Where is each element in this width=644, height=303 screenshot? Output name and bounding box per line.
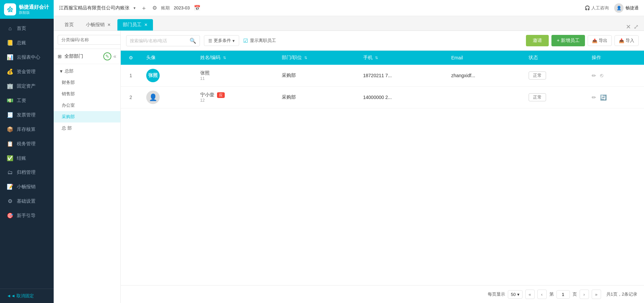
next-page-button[interactable]: › <box>580 290 589 299</box>
sidebar-item-label: 新手引导 <box>17 213 36 219</box>
col-phone[interactable]: 手机 ⇅ <box>358 51 446 65</box>
sidebar-item-label: 库存核算 <box>17 127 36 133</box>
pagination: 每页显示 50 ▾ « ‹ 第 页 › » 共1页，2条记录 <box>121 285 644 303</box>
sidebar-item-invoice[interactable]: 🧾 发票管理 <box>0 108 54 122</box>
sidebar-item-wages[interactable]: 💵 工资 <box>0 93 54 108</box>
dept-collapse-icon[interactable]: « <box>113 53 116 59</box>
first-page-button[interactable]: « <box>525 290 535 299</box>
page-input[interactable] <box>556 290 570 299</box>
tab-home[interactable]: 首页 <box>59 19 79 31</box>
col-status: 状态 <box>523 51 586 65</box>
col-settings[interactable]: ⚙ <box>121 51 141 65</box>
left-panel: 🔍 ⊞ 全部部门 ✎ « ▼ 总部 财务部 销售部 办公室 采购部 总 部 <box>54 31 121 303</box>
action-cell: ✏ 🔄 <box>586 87 644 108</box>
funds-icon: 💰 <box>7 68 13 75</box>
sidebar-item-assets[interactable]: 🏢 固定资产 <box>0 79 54 93</box>
service-button[interactable]: 🎧 人工咨询 <box>585 5 609 11</box>
dept-item-office[interactable]: 办公室 <box>54 100 120 111</box>
tab-dept-employee[interactable]: 部门员工 ✕ <box>117 19 153 31</box>
sidebar-item-funds[interactable]: 💰 资金管理 <box>0 64 54 79</box>
tab-expense-close[interactable]: ✕ <box>107 22 111 27</box>
dept-item-finance[interactable]: 财务部 <box>54 77 120 88</box>
tab-expense[interactable]: 小畅报销 ✕ <box>80 19 116 31</box>
add-company-icon[interactable]: ＋ <box>140 3 148 13</box>
table-row: 1 张照 张照 11 采购部 18720211 7... <box>121 65 644 87</box>
sidebar-item-home[interactable]: ⌂ 首页 <box>0 21 54 36</box>
user-info[interactable]: 👤 畅捷通 <box>614 3 639 13</box>
avatar: 张照 <box>146 69 160 82</box>
invite-button[interactable]: 邀请 <box>526 35 549 46</box>
settings-icon: ⚙ <box>7 198 13 204</box>
dept-item-sales[interactable]: 销售部 <box>54 88 120 100</box>
edit-icon[interactable]: ✏ <box>592 94 596 101</box>
tab-expense-label: 小畅报销 <box>86 22 105 28</box>
sidebar-item-label: 资金管理 <box>17 69 36 75</box>
dept-edit-button[interactable]: ✎ <box>103 52 111 60</box>
sidebar-item-archive[interactable]: 🗂 归档管理 <box>0 165 54 180</box>
sidebar-item-reports[interactable]: 📊 云报表中心 <box>0 50 54 64</box>
per-page-arrow: ▾ <box>517 292 520 297</box>
col-name-code[interactable]: 姓名/编码 ⇅ <box>195 51 276 65</box>
close-window-icon[interactable]: ✕ <box>626 23 631 31</box>
dept-header-actions: ✎ « <box>103 52 116 60</box>
col-email: Email <box>446 51 523 65</box>
per-page-select[interactable]: 50 ▾ <box>508 290 522 299</box>
action-cell: ✏ ⎋ <box>586 65 644 87</box>
search-icon[interactable]: 🔍 <box>190 38 196 44</box>
arrow-down-icon: ▼ <box>59 69 63 74</box>
dept-item-head[interactable]: ▼ 总部 <box>54 65 120 77</box>
delete-icon[interactable]: 🔄 <box>600 94 607 101</box>
unpin-button[interactable]: ◄◄ 取消固定 <box>0 289 54 303</box>
settings-icon[interactable]: ⚙ <box>152 5 157 11</box>
dept-cell: 采购部 <box>276 87 358 108</box>
sidebar-item-expense[interactable]: 📝 小畅报销 <box>0 180 54 194</box>
sidebar-item-inventory[interactable]: 📦 库存核算 <box>0 122 54 137</box>
sidebar-item-label: 归档管理 <box>17 169 36 175</box>
tax-icon: 📋 <box>7 141 13 147</box>
chart-icon: 📊 <box>7 54 13 60</box>
sidebar-item-tax[interactable]: 📋 税务管理 <box>0 137 54 151</box>
company-dropdown-icon[interactable]: ▾ <box>133 6 136 10</box>
dept-search-input[interactable] <box>58 35 121 45</box>
sort-name-icon: ⇅ <box>223 56 226 60</box>
sidebar-item-label: 工资 <box>17 98 26 104</box>
show-resign-checkbox[interactable]: ☑ 显示离职员工 <box>243 38 276 44</box>
period-label: 账期 <box>161 5 170 11</box>
sidebar-item-closing[interactable]: ✅ 结账 <box>0 151 54 165</box>
inventory-icon: 📦 <box>7 126 13 133</box>
export-icon: 📤 <box>592 38 597 43</box>
dept-item-general[interactable]: 总 部 <box>54 122 120 134</box>
col-dept[interactable]: 部门/职位 ⇅ <box>276 51 358 65</box>
export-button[interactable]: 📤 导出 <box>588 35 612 46</box>
dept-item-purchase[interactable]: 采购部 <box>54 111 120 122</box>
tabbar: 首页 小畅报销 ✕ 部门员工 ✕ ✕ ⤢ <box>54 16 644 31</box>
maximize-icon[interactable]: ⤢ <box>634 23 639 31</box>
logout-icon[interactable]: ⎋ <box>600 72 603 79</box>
wages-icon: 💵 <box>7 97 13 104</box>
import-label: 导入 <box>626 38 634 44</box>
guide-icon: 🎯 <box>7 212 13 219</box>
prev-page-button[interactable]: ‹ <box>537 290 547 299</box>
email-cell <box>446 87 523 108</box>
edit-icon[interactable]: ✏ <box>592 72 596 79</box>
status-cell: 正常 <box>523 87 586 108</box>
filter-button[interactable]: ☰ 更多条件 ▾ <box>204 35 239 46</box>
add-employee-button[interactable]: + 新增员工 <box>551 35 585 46</box>
employee-search-input[interactable] <box>130 38 187 43</box>
calendar-icon[interactable]: 📅 <box>194 5 201 11</box>
tab-home-label: 首页 <box>64 22 74 28</box>
sidebar-item-label: 总账 <box>17 40 26 46</box>
sidebar-item-guide[interactable]: 🎯 新手引导 <box>0 208 54 223</box>
sidebar-item-settings[interactable]: ⚙ 基础设置 <box>0 194 54 208</box>
sidebar-item-general[interactable]: 📒 总账 <box>0 36 54 50</box>
sidebar: 会 畅捷通好会计 旗舰版 ⌂ 首页 📒 总账 📊 云报表中心 💰 资金管理 🏢 … <box>0 0 54 303</box>
import-button[interactable]: 📥 导入 <box>614 35 639 46</box>
status-badge: 正常 <box>529 71 546 80</box>
last-page-button[interactable]: » <box>592 290 601 299</box>
invoice-icon: 🧾 <box>7 112 13 118</box>
emp-code: 11 <box>200 76 271 81</box>
per-page-label: 每页显示 <box>488 291 505 297</box>
dept-header: ⊞ 全部部门 ✎ « <box>54 49 120 64</box>
tab-dept-close[interactable]: ✕ <box>144 22 148 27</box>
total-records: 共1页，2条记录 <box>606 291 637 297</box>
